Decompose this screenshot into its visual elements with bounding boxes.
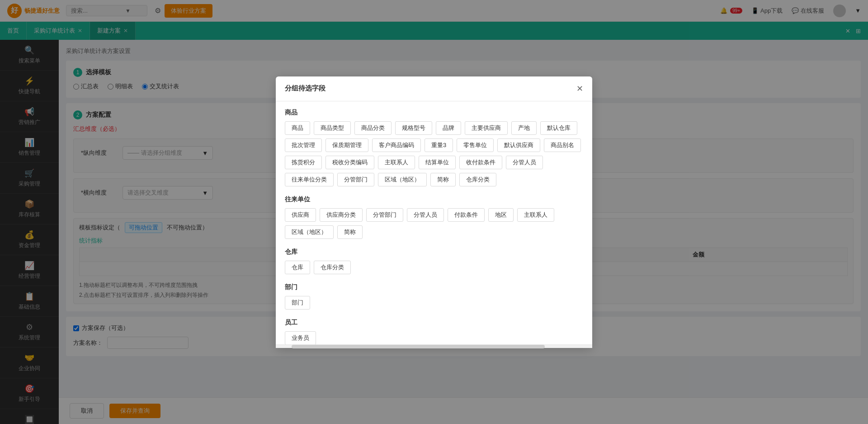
field-tag[interactable]: 重量3 xyxy=(425,138,453,152)
modal-body: 商品商品商品类型商品分类规格型号品牌主要供应商产地默认仓库批次管理保质期管理客户… xyxy=(276,101,592,344)
field-tag[interactable]: 保质期管理 xyxy=(326,138,368,152)
field-tag[interactable]: 分管人员 xyxy=(506,156,543,169)
field-tags: 业务员 xyxy=(285,331,583,344)
field-tag[interactable]: 供应商分类 xyxy=(320,208,363,222)
field-tag[interactable]: 主要供应商 xyxy=(465,121,508,135)
field-tag[interactable]: 商品分类 xyxy=(354,121,392,135)
field-tag[interactable]: 主联系人 xyxy=(517,208,554,222)
field-tag[interactable]: 分管人员 xyxy=(407,208,444,222)
field-section-部门: 部门部门 xyxy=(285,283,583,310)
field-tag[interactable]: 商品别名 xyxy=(544,138,581,152)
modal-horizontal-scrollbar[interactable] xyxy=(276,344,592,348)
field-section-title: 员工 xyxy=(285,319,583,327)
field-tag[interactable]: 结算单位 xyxy=(419,156,456,169)
field-tags: 供应商供应商分类分管部门分管人员付款条件地区主联系人区域（地区）简称 xyxy=(285,208,583,239)
field-section-title: 商品 xyxy=(285,109,583,117)
modal-overlay[interactable]: 分组待选字段 ✕ 商品商品商品类型商品分类规格型号品牌主要供应商产地默认仓库批次… xyxy=(0,0,868,424)
field-tag[interactable]: 客户商品编码 xyxy=(372,138,421,152)
field-tag[interactable]: 主联系人 xyxy=(378,156,415,169)
field-section-title: 仓库 xyxy=(285,248,583,256)
field-tags: 商品商品类型商品分类规格型号品牌主要供应商产地默认仓库批次管理保质期管理客户商品… xyxy=(285,121,583,186)
field-tag[interactable]: 品牌 xyxy=(436,121,461,135)
field-section-往来单位: 往来单位供应商供应商分类分管部门分管人员付款条件地区主联系人区域（地区）简称 xyxy=(285,195,583,239)
field-tags: 仓库仓库分类 xyxy=(285,261,583,274)
field-section-title: 往来单位 xyxy=(285,195,583,204)
field-tag[interactable]: 批次管理 xyxy=(285,138,322,152)
field-tag[interactable]: 往来单位分类 xyxy=(285,173,334,186)
field-section-员工: 员工业务员 xyxy=(285,319,583,344)
modal-hscroll-thumb xyxy=(292,345,545,348)
field-tag[interactable]: 商品 xyxy=(285,121,310,135)
field-section-仓库: 仓库仓库仓库分类 xyxy=(285,248,583,274)
modal-header: 分组待选字段 ✕ xyxy=(276,76,592,101)
field-tag[interactable]: 产地 xyxy=(511,121,537,135)
modal-close-button[interactable]: ✕ xyxy=(576,84,583,94)
field-tag[interactable]: 分管部门 xyxy=(337,173,374,186)
field-tag[interactable]: 仓库 xyxy=(285,261,310,274)
field-tag[interactable]: 付款条件 xyxy=(448,208,485,222)
modal-title: 分组待选字段 xyxy=(285,84,326,93)
field-tag[interactable]: 业务员 xyxy=(285,331,316,344)
field-tag[interactable]: 区域（地区） xyxy=(285,225,334,239)
modal: 分组待选字段 ✕ 商品商品商品类型商品分类规格型号品牌主要供应商产地默认仓库批次… xyxy=(276,76,592,348)
field-section-商品: 商品商品商品类型商品分类规格型号品牌主要供应商产地默认仓库批次管理保质期管理客户… xyxy=(285,109,583,186)
field-tag[interactable]: 地区 xyxy=(488,208,514,222)
field-section-title: 部门 xyxy=(285,283,583,291)
field-tag[interactable]: 默认供应商 xyxy=(497,138,540,152)
field-tag[interactable]: 简称 xyxy=(337,225,363,239)
field-tag[interactable]: 分管部门 xyxy=(366,208,403,222)
field-tag[interactable]: 区域（地区） xyxy=(378,173,427,186)
field-tag[interactable]: 简称 xyxy=(430,173,456,186)
field-tags: 部门 xyxy=(285,296,583,310)
field-tag[interactable]: 默认仓库 xyxy=(540,121,577,135)
field-tag[interactable]: 零售单位 xyxy=(457,138,494,152)
field-tag[interactable]: 拣货积分 xyxy=(285,156,322,169)
field-tag[interactable]: 供应商 xyxy=(285,208,316,222)
field-tag[interactable]: 部门 xyxy=(285,296,310,310)
field-tag[interactable]: 税收分类编码 xyxy=(326,156,374,169)
field-tag[interactable]: 仓库分类 xyxy=(459,173,496,186)
field-tag[interactable]: 收付款条件 xyxy=(459,156,502,169)
field-tag[interactable]: 商品类型 xyxy=(314,121,351,135)
field-tag[interactable]: 仓库分类 xyxy=(314,261,351,274)
field-tag[interactable]: 规格型号 xyxy=(395,121,432,135)
